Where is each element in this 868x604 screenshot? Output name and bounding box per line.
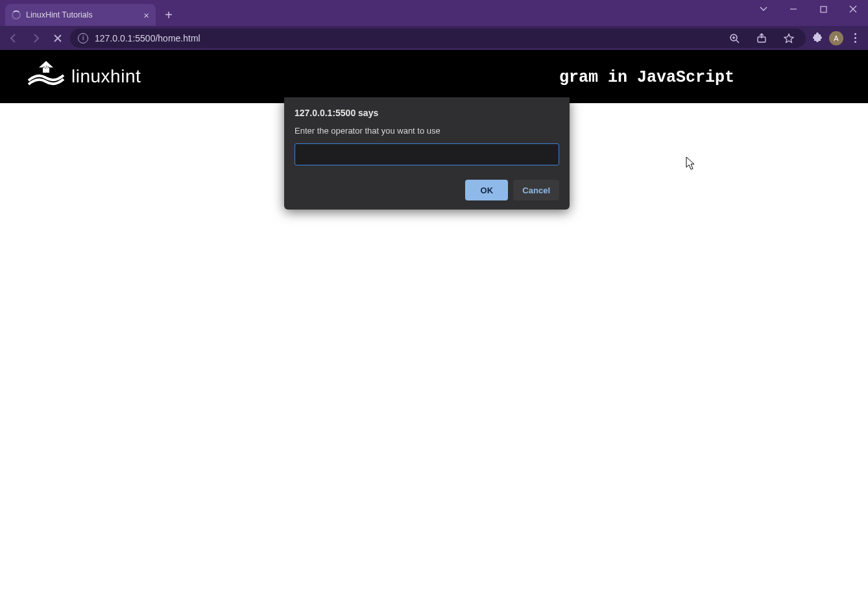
close-window-button[interactable]	[838, 0, 868, 18]
dialog-actions: OK Cancel	[295, 180, 559, 200]
dialog-input[interactable]	[295, 143, 559, 165]
cancel-button[interactable]: Cancel	[513, 180, 559, 200]
logo-text: linuxhint	[71, 66, 141, 87]
svg-line-3	[736, 40, 739, 43]
tab-title: LinuxHint Tutorials	[26, 10, 138, 19]
titlebar: LinuxHint Tutorials × +	[0, 0, 868, 26]
browser-toolbar: i 127.0.0.1:5500/home.html A	[0, 26, 868, 50]
window-controls	[749, 0, 868, 18]
site-info-icon[interactable]: i	[78, 33, 88, 43]
search-tabs-icon[interactable]	[749, 0, 778, 18]
bookmark-icon[interactable]	[780, 29, 798, 47]
svg-rect-1	[821, 6, 826, 12]
menu-icon[interactable]	[846, 29, 864, 47]
close-tab-icon[interactable]: ×	[143, 10, 149, 20]
svg-text:</>: </>	[42, 64, 50, 70]
site-header: </> linuxhint gram in JavaScript	[0, 50, 868, 103]
address-bar[interactable]: i 127.0.0.1:5500/home.html	[70, 29, 806, 48]
minimize-button[interactable]	[778, 0, 808, 18]
site-logo[interactable]: </> linuxhint	[26, 61, 141, 92]
ok-button[interactable]: OK	[465, 180, 508, 200]
forward-button[interactable]	[26, 29, 45, 48]
loading-spinner-icon	[12, 10, 21, 19]
dialog-origin: 127.0.0.1:5500 says	[295, 108, 559, 118]
page-viewport: </> linuxhint gram in JavaScript A simpl…	[0, 50, 868, 604]
dialog-message: Enter the operator that you want to use	[295, 126, 559, 136]
logo-icon: </>	[26, 61, 66, 92]
back-button[interactable]	[4, 29, 23, 48]
address-actions	[725, 29, 798, 47]
zoom-icon[interactable]	[725, 29, 743, 47]
new-tab-button[interactable]: +	[160, 6, 178, 24]
browser-tab[interactable]: LinuxHint Tutorials ×	[5, 4, 156, 26]
profile-avatar[interactable]: A	[829, 31, 843, 45]
extensions-icon[interactable]	[808, 29, 826, 47]
url-text: 127.0.0.1:5500/home.html	[95, 33, 200, 43]
header-title-fragment: gram in JavaScript	[559, 68, 734, 87]
maximize-button[interactable]	[808, 0, 838, 18]
js-prompt-dialog: 127.0.0.1:5500 says Enter the operator t…	[284, 97, 570, 210]
share-icon[interactable]	[753, 29, 771, 47]
stop-reload-button[interactable]	[48, 29, 67, 48]
